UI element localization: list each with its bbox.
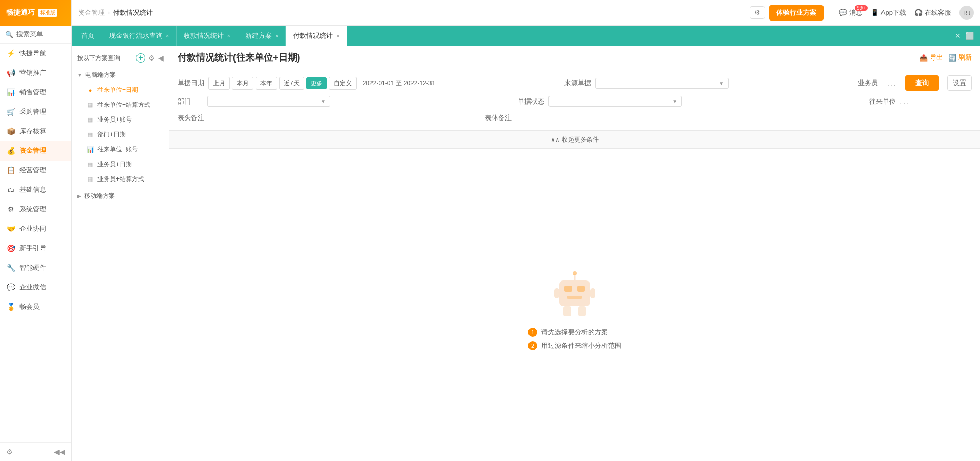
empty-tips: 1 请先选择要分析的方案 2 用过滤条件来缩小分析范围 [528, 328, 621, 350]
note-head-field: 表头备注 [178, 112, 311, 124]
tab-home[interactable]: 首页 [74, 26, 102, 46]
filter-settings-button[interactable]: 设置 [947, 75, 972, 91]
voucher-status-label: 单据状态 [518, 97, 544, 106]
chevron-right-icon: ▶ [77, 193, 81, 199]
date-btn-custom[interactable]: 自定义 [329, 77, 357, 90]
sidebar-item-inventory[interactable]: 📦 库存核算 [0, 122, 71, 141]
voucher-status-chevron-icon: ▼ [672, 98, 677, 104]
sidebar-item-vip[interactable]: 🏅 畅会员 [0, 297, 71, 316]
sidebar-nav: ⚡ 快捷导航 📢 营销推广 📊 销售管理 🛒 采购管理 📦 库存核算 💰 资金管… [0, 44, 71, 442]
tabs-window-btns: ✕ ⬜ [951, 32, 978, 40]
collapse-sidebar-icon[interactable]: ◀◀ [54, 448, 65, 456]
content-area: 按以下方案查询 + ⚙ ◀ ▼ 电脑端方案 ● 往来单位+日期 ▦ [72, 46, 980, 461]
dept-select[interactable]: ▼ [207, 96, 330, 107]
sidebar-item-capital[interactable]: 💰 资金管理 [0, 141, 71, 161]
tab-cash-flow-close[interactable]: × [166, 33, 169, 39]
tab-new-plan[interactable]: 新建方案 × [238, 26, 286, 46]
refresh-button[interactable]: 🔄 刷新 [948, 53, 972, 62]
sidebar-item-guide[interactable]: 🎯 新手引导 [0, 238, 71, 258]
sidebar-item-management[interactable]: 📋 经营管理 [0, 161, 71, 180]
source-select[interactable]: ▼ [595, 78, 729, 89]
scheme-item-2[interactable]: ▦ 业务员+账号 [72, 112, 169, 127]
note-head-input[interactable] [208, 112, 311, 124]
date-btn-this-year[interactable]: 本年 [256, 77, 277, 90]
wechat-icon: 💬 [6, 283, 15, 292]
app-download-btn[interactable]: 📱 App下载 [871, 8, 906, 17]
date-buttons: 上月 本月 本年 近7天 更多 自定义 [208, 77, 357, 90]
tab-pay-stat[interactable]: 付款情况统计 × [286, 26, 347, 46]
tab-payment-stat-close[interactable]: × [227, 33, 230, 39]
tab-cash-flow[interactable]: 现金银行流水查询 × [102, 26, 177, 46]
scheme-item-4[interactable]: 📊 往来单位+账号 [72, 142, 169, 157]
sidebar-item-label: 企业微信 [19, 283, 46, 292]
sidebar-header: 畅捷通巧 标准版 [0, 0, 71, 26]
sales-icon: 📊 [6, 88, 15, 97]
sidebar-item-purchase[interactable]: 🛒 采购管理 [0, 102, 71, 122]
user-avatar[interactable]: Rit [959, 6, 974, 20]
scheme-panel-title: 按以下方案查询 [77, 54, 120, 63]
partner-picker-btn[interactable]: ... [900, 97, 909, 106]
svg-rect-4 [554, 288, 559, 298]
trial-button[interactable]: 体验行业方案 [769, 5, 824, 21]
scheme-item-label-0: 往来单位+日期 [97, 86, 138, 94]
collapse-scheme-btn[interactable]: ◀ [158, 54, 164, 62]
breadcrumb-text: 资金管理 [78, 8, 105, 17]
filter-row-1: 单据日期 上月 本月 本年 近7天 更多 自定义 2022-01-01 至 20… [178, 75, 972, 91]
export-button[interactable]: 📤 导出 [919, 53, 943, 62]
service-btn[interactable]: 🎧 在线客服 [914, 8, 951, 17]
sidebar-item-system[interactable]: ⚙ 系统管理 [0, 199, 71, 219]
settings-footer-icon[interactable]: ⚙ [6, 448, 13, 456]
tab-new-plan-close[interactable]: × [275, 33, 278, 39]
voucher-status-select[interactable]: ▼ [548, 96, 682, 107]
scheme-item-5[interactable]: ▦ 业务员+日期 [72, 157, 169, 172]
note-body-input[interactable] [516, 112, 649, 124]
form-header: 付款情况统计(往来单位+日期) 📤 导出 🔄 刷新 [169, 46, 980, 69]
salesperson-label: 业务员 [858, 78, 884, 88]
scheme-group-desktop-header[interactable]: ▼ 电脑端方案 [72, 68, 169, 83]
add-scheme-btn[interactable]: + [136, 53, 145, 63]
svg-rect-5 [590, 288, 595, 298]
quick-nav-icon: ⚡ [6, 49, 15, 58]
scheme-group-mobile-header[interactable]: ▶ 移动端方案 [72, 189, 169, 204]
tab-payment-stat[interactable]: 收款情况统计 × [177, 26, 238, 46]
scheme-item-1[interactable]: ▦ 往来单位+结算方式 [72, 97, 169, 112]
date-btn-more[interactable]: 更多 [306, 77, 327, 89]
tab-new-plan-label: 新建方案 [245, 31, 272, 41]
scheme-item-icon-6: ▦ [86, 175, 94, 184]
scheme-item-label-1: 往来单位+结算方式 [97, 101, 150, 109]
close-window-btn[interactable]: ✕ [955, 32, 961, 40]
sidebar-item-sales[interactable]: 📊 销售管理 [0, 83, 71, 102]
tab-pay-stat-label: 付款情况统计 [293, 31, 333, 41]
topbar-settings-button[interactable]: ⚙ [750, 6, 765, 19]
sidebar-search[interactable]: 🔍 搜索菜单 [0, 26, 71, 44]
scheme-item-label-5: 业务员+日期 [97, 160, 132, 169]
user-text: Rit [963, 10, 970, 16]
page-title: 付款情况统计(往来单位+日期) [178, 51, 300, 64]
management-icon: 📋 [6, 166, 15, 175]
scheme-item-3[interactable]: ▦ 部门+日期 [72, 127, 169, 142]
query-button[interactable]: 查询 [905, 75, 939, 91]
maximize-btn[interactable]: ⬜ [965, 32, 974, 40]
sidebar-item-enterprise[interactable]: 🤝 企业协同 [0, 219, 71, 238]
date-btn-this-month[interactable]: 本月 [232, 77, 253, 90]
salesperson-picker-btn[interactable]: ... [888, 79, 897, 87]
message-btn[interactable]: 💬 消息 99+ [839, 8, 863, 17]
date-btn-last-month[interactable]: 上月 [208, 77, 230, 90]
scheme-settings-btn[interactable]: ⚙ [148, 54, 155, 62]
partner-field: 往来单位 ... [869, 97, 909, 106]
sidebar-item-wechat[interactable]: 💬 企业微信 [0, 277, 71, 297]
tab-pay-stat-close[interactable]: × [336, 33, 339, 39]
basic-icon: 🗂 [6, 185, 15, 194]
scheme-item-icon-4: 📊 [86, 146, 94, 154]
collapse-filter-btn[interactable]: ∧∧ 收起更多条件 [169, 131, 980, 149]
date-btn-7days[interactable]: 近7天 [279, 77, 304, 90]
sidebar-item-hardware[interactable]: 🔧 智能硬件 [0, 258, 71, 277]
sidebar-item-marketing[interactable]: 📢 营销推广 [0, 63, 71, 83]
sidebar-item-basic[interactable]: 🗂 基础信息 [0, 180, 71, 199]
sidebar-item-quick-nav[interactable]: ⚡ 快捷导航 [0, 44, 71, 63]
scheme-item-6[interactable]: ▦ 业务员+结算方式 [72, 172, 169, 187]
app-icon: 📱 [871, 9, 879, 16]
tip-num-2: 2 [528, 341, 537, 350]
scheme-item-0[interactable]: ● 往来单位+日期 [72, 83, 169, 97]
scheme-item-icon-0: ● [86, 86, 94, 94]
